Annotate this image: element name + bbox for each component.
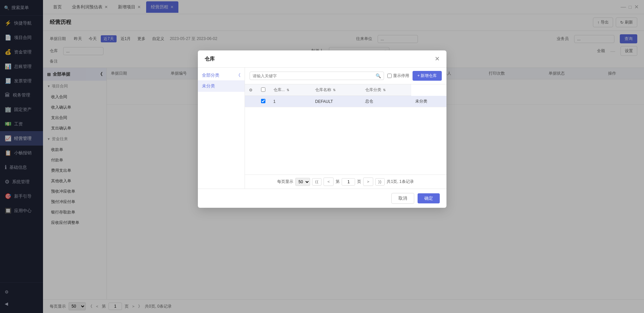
col-code[interactable]: 仓库... ⇅ (269, 84, 311, 96)
col-name[interactable]: 仓库名称 ⇅ (311, 84, 361, 96)
dialog-total-info: 共1页, 1条记录 (387, 179, 414, 185)
dialog-pagination: 每页显示 50 ⟨⟨ ＜ 第 页 ＞ ⟩⟩ 共1页, 1条记录 (245, 174, 446, 189)
dialog-next-page[interactable]: ＞ (363, 178, 373, 186)
col-category[interactable]: 仓库分类 ⇅ (361, 84, 411, 96)
dialog-page-suffix: 页 (357, 179, 361, 185)
dialog-right-panel: 🔍 显示停用 + 新增仓库 ⚙ (245, 68, 446, 189)
dialog-table-header-row: ⚙ 仓库... ⇅ 仓库名称 ⇅ (245, 84, 446, 96)
uncategorized-item[interactable]: 未分类 (198, 80, 245, 92)
row-id: 1 (269, 96, 311, 107)
dialog-page-input[interactable] (342, 178, 355, 186)
dialog-footer: 取消 确定 (198, 189, 446, 208)
row-name: 总仓 (361, 96, 411, 107)
dialog-toolbar: 🔍 显示停用 + 新增仓库 (245, 68, 446, 84)
row-code: DEFAULT (311, 96, 361, 107)
dialog-prev-page[interactable]: ＜ (324, 178, 334, 186)
dialog-body: 全部分类 《 未分类 🔍 显示停用 + 新增仓库 (198, 68, 446, 189)
confirm-button[interactable]: 确定 (418, 193, 440, 203)
dialog-header: 仓库 ✕ (198, 50, 446, 68)
dialog-left-panel: 全部分类 《 未分类 (198, 68, 245, 189)
dialog-search-icon: 🔍 (376, 73, 381, 78)
dialog-last-page[interactable]: ⟩⟩ (375, 178, 385, 186)
cancel-button[interactable]: 取消 (391, 193, 414, 204)
sort-icon-code: ⇅ (287, 88, 289, 92)
dialog-per-page-select[interactable]: 50 (295, 178, 310, 186)
row-empty (245, 96, 257, 107)
dialog-table-wrap: ⚙ 仓库... ⇅ 仓库名称 ⇅ (245, 84, 446, 174)
dialog-table-row[interactable]: 1 DEFAULT 总仓 未分类 (245, 96, 446, 107)
dialog-search-input[interactable] (253, 74, 375, 78)
dialog-page-label: 第 (336, 179, 340, 185)
all-categories-item[interactable]: 全部分类 《 (198, 70, 245, 80)
row-checkbox[interactable] (257, 96, 269, 107)
dialog-table: ⚙ 仓库... ⇅ 仓库名称 ⇅ (245, 84, 446, 107)
col-checkbox-all[interactable] (257, 84, 269, 96)
show-disabled-checkbox: 显示停用 (387, 73, 409, 79)
select-all-checkbox[interactable] (261, 87, 265, 92)
dialog-title: 仓库 (205, 56, 215, 62)
show-disabled-check[interactable] (387, 74, 392, 78)
settings-col-icon: ⚙ (249, 88, 253, 92)
col-settings[interactable]: ⚙ (245, 84, 257, 96)
dialog-search-wrap: 🔍 (250, 72, 384, 80)
dialog-close-button[interactable]: ✕ (435, 55, 440, 63)
dialog-per-page-label: 每页显示 (277, 179, 293, 185)
add-warehouse-button[interactable]: + 新增仓库 (413, 71, 441, 81)
dialog-first-page[interactable]: ⟨⟨ (312, 178, 321, 186)
sort-icon-category: ⇅ (383, 88, 386, 92)
left-panel-collapse-icon[interactable]: 《 (236, 72, 241, 78)
sort-icon-name: ⇅ (333, 88, 336, 92)
row-category: 未分类 (411, 96, 446, 107)
warehouse-dialog: 仓库 ✕ 全部分类 《 未分类 🔍 显示停用 (198, 50, 446, 208)
